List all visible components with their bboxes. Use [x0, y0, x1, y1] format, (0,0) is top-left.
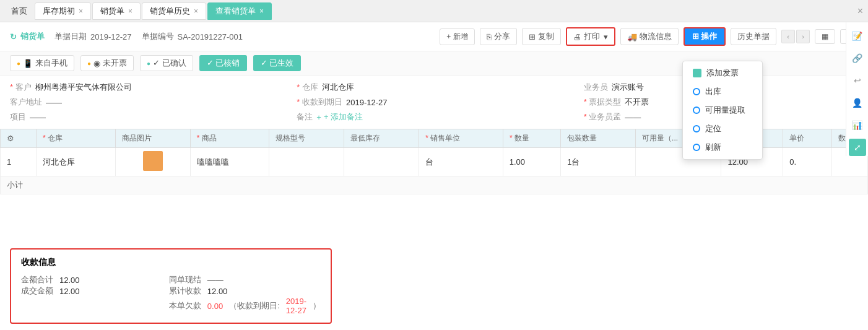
tab-home[interactable]: 首页	[5, 6, 33, 17]
refresh-label: 刷新	[705, 142, 721, 153]
outstanding-close: ）	[313, 300, 321, 311]
salesperson2-value: ——	[625, 113, 641, 122]
address-value: ——	[46, 98, 62, 107]
confirm-button[interactable]: ✓ 已确认	[140, 55, 193, 71]
tab-sales-label: 销货单	[100, 6, 124, 17]
outstanding-note: （收款到期日:	[229, 300, 280, 311]
col-min-stock: 最低库存	[344, 129, 419, 148]
tab-view-sales[interactable]: 查看销货单 ×	[207, 2, 272, 20]
operations-button[interactable]: ⊞ 操作	[684, 27, 726, 46]
dropdown-available-qty[interactable]: 可用量提取	[683, 101, 762, 119]
print-button[interactable]: 🖨 打印 ▾	[566, 27, 615, 46]
doc-title-area: ↻ 销货单	[10, 31, 45, 42]
tab-bar-close-button[interactable]: ×	[857, 6, 863, 17]
effective-button[interactable]: ✓ 已生效	[253, 55, 301, 71]
tab-bar: 首页 库存期初 × 销货单 × 销货单历史 × 查看销货单 × ×	[0, 0, 868, 22]
locate-label: 定位	[705, 123, 721, 134]
cumulative-row: 累计收款 12.00	[169, 285, 321, 297]
col-price: 单价	[783, 129, 832, 148]
canceled-button[interactable]: ✓ 已核销	[199, 55, 247, 71]
tab-view-sales-label: 查看销货单	[215, 6, 256, 17]
check-icon: ✓	[207, 58, 214, 67]
outbound-icon	[693, 88, 700, 95]
outstanding-row: 本单欠款 0.00 （收款到期日: 2019-12-27 ）	[169, 297, 321, 315]
copy-button[interactable]: ⊞ 复制	[522, 28, 561, 45]
transaction-value: 12.00	[59, 287, 80, 296]
doc-title-text: 销货单	[20, 31, 45, 42]
sidebar-user-icon[interactable]: 👤	[849, 94, 866, 111]
warehouse-label: 仓库	[297, 82, 318, 93]
tab-sales-history-close[interactable]: ×	[194, 7, 198, 15]
ticket-icon: ◉	[93, 59, 100, 68]
doc-number-item: 单据编号 SA-20191227-001	[142, 31, 243, 42]
ticket-type-label: 票据类型	[584, 97, 622, 108]
outstanding-value: 0.00	[207, 302, 223, 311]
logistics-button[interactable]: 🚚 物流信息	[620, 28, 679, 45]
sidebar-chart-icon[interactable]: 📊	[849, 116, 866, 134]
tab-inventory[interactable]: 库存期初 ×	[35, 2, 91, 20]
row-product: 嗑嗑嗑嗑	[190, 148, 269, 176]
tab-sales-close[interactable]: ×	[128, 7, 132, 15]
col-image: 商品图片	[115, 129, 190, 148]
tab-sales-history[interactable]: 销货单历史 ×	[142, 2, 206, 20]
transaction-row: 成交金额 12.00	[21, 285, 157, 297]
share-icon: ⎘	[487, 32, 492, 41]
view-grid-button[interactable]: ▦	[815, 29, 835, 44]
svg-rect-0	[694, 70, 700, 76]
row-price: 0.	[783, 148, 832, 176]
transaction-label: 成交金额	[21, 285, 53, 297]
project-row: 项目 ——	[10, 111, 284, 123]
cumulative-value: 12.00	[207, 287, 228, 296]
add-remark-button[interactable]: + + 添加备注	[316, 111, 363, 123]
salesperson-value: 演示账号	[612, 82, 644, 93]
phone-icon: 📱	[23, 59, 33, 68]
total-label: 金额合计	[21, 274, 53, 285]
history-button[interactable]: 历史单据	[731, 28, 776, 45]
outbound-label: 出库	[705, 86, 721, 97]
dropdown-locate[interactable]: 定位	[683, 119, 762, 138]
same-order-row: 同单现结 ——	[169, 274, 321, 285]
prev-button[interactable]: ‹	[781, 30, 795, 43]
share-button[interactable]: ⎘ 分享	[480, 28, 517, 45]
effective-check-icon: ✓	[261, 58, 267, 67]
from-phone-button[interactable]: 📱 来自手机	[10, 55, 74, 71]
dropdown-add-invoice[interactable]: 添加发票	[683, 64, 762, 82]
sidebar-expand-icon[interactable]: ⤢	[849, 139, 866, 156]
customer-row: 客户 柳州粤港平安气体有限公司	[10, 82, 284, 93]
row-min-stock	[344, 148, 419, 176]
doc-date-label: 单据日期	[54, 31, 87, 42]
tab-view-sales-close[interactable]: ×	[259, 7, 264, 15]
outstanding-date: 2019-12-27	[286, 297, 306, 315]
plus-icon: +	[316, 113, 321, 122]
ticket-type-value: 不开票	[625, 97, 649, 108]
sidebar-link-icon[interactable]: 🔗	[849, 50, 866, 67]
col-unit: * 销售单位	[419, 129, 503, 148]
add-invoice-label: 添加发票	[706, 67, 739, 79]
col-settings: ⚙	[1, 129, 37, 148]
payment-date-value: 2019-12-27	[346, 98, 388, 107]
new-button[interactable]: + 新增	[440, 28, 474, 45]
doc-header: ↻ 销货单 单据日期 2019-12-27 单据编号 SA-20191227-0…	[0, 22, 868, 51]
operations-dropdown: 添加发票 出库 可用量提取 定位 刷新	[682, 61, 763, 160]
salesperson2-label: 业务员孟	[584, 111, 622, 123]
sidebar-undo-icon[interactable]: ↩	[849, 72, 866, 89]
customer-label: 客户	[10, 82, 32, 93]
address-row: 客户地址 ——	[10, 97, 284, 108]
sidebar-edit-icon[interactable]: 📝	[849, 27, 866, 45]
next-button[interactable]: ›	[796, 30, 810, 43]
payment-date-label: 收款到期日	[297, 97, 342, 108]
grid-icon: ⊞	[692, 32, 699, 41]
total-row: 金额合计 12.00	[21, 274, 157, 285]
row-image	[115, 148, 190, 176]
tab-inventory-close[interactable]: ×	[79, 7, 83, 15]
tab-inventory-label: 库存期初	[43, 6, 75, 17]
tab-sales[interactable]: 销货单 ×	[92, 2, 141, 20]
print-dropdown-arrow: ▾	[604, 32, 608, 41]
customer-value: 柳州粤港平安气体有限公司	[35, 82, 132, 93]
refresh-icon	[693, 144, 700, 151]
row-spec	[269, 148, 344, 176]
not-open-button[interactable]: ◉ 未开票	[80, 55, 134, 71]
payment-date-row: 收款到期日 2019-12-27	[297, 97, 571, 108]
dropdown-refresh[interactable]: 刷新	[683, 138, 762, 157]
dropdown-outbound[interactable]: 出库	[683, 82, 762, 101]
